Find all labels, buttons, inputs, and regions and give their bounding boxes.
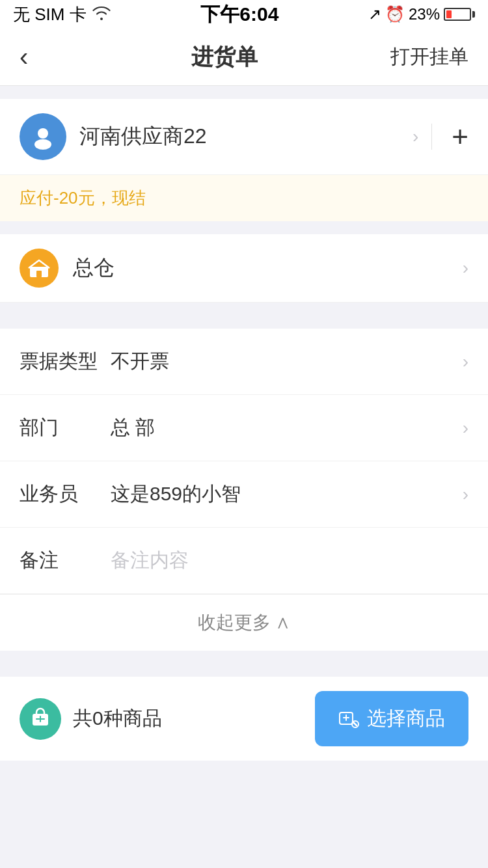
page-background — [0, 761, 488, 868]
supplier-section: 河南供应商22 › + 应付-20元，现结 — [0, 99, 488, 221]
department-label: 部门 — [20, 414, 104, 441]
collapse-button[interactable]: 收起更多 ∧ — [0, 594, 488, 651]
remark-input[interactable]: 备注内容 — [104, 547, 468, 574]
svg-point-0 — [38, 128, 48, 139]
svg-point-1 — [34, 139, 51, 150]
status-left: 无 SIM 卡 — [13, 3, 111, 26]
product-count-text: 共0种商品 — [73, 705, 162, 732]
collapse-label: 收起更多 ∧ — [198, 610, 291, 635]
invoice-type-chevron-icon: › — [463, 351, 468, 372]
open-pending-button[interactable]: 打开挂单 — [390, 44, 468, 70]
department-value: 总 部 — [104, 414, 463, 441]
remark-row[interactable]: 备注 备注内容 — [0, 528, 488, 594]
notice-text: 应付-20元，现结 — [20, 188, 146, 208]
supplier-row[interactable]: 河南供应商22 › + — [0, 99, 488, 175]
supplier-chevron-icon: › — [413, 126, 418, 147]
status-bar: 无 SIM 卡 下午6:04 ↗ ⏰ 23% — [0, 0, 488, 29]
salesperson-row[interactable]: 业务员 这是859的小智 › — [0, 461, 488, 528]
warehouse-name: 总仓 — [73, 254, 463, 282]
select-product-label: 选择商品 — [367, 705, 445, 732]
supplier-name: 河南供应商22 — [79, 122, 413, 151]
section-divider-2 — [0, 221, 488, 234]
page-title: 进货单 — [191, 42, 258, 72]
warehouse-icon — [20, 249, 59, 288]
product-count-wrap: 共0种商品 — [20, 698, 162, 740]
alarm-icon: ⏰ — [385, 5, 405, 23]
sim-label: 无 SIM 卡 — [13, 3, 87, 26]
status-time: 下午6:04 — [200, 1, 278, 28]
remark-label: 备注 — [20, 547, 104, 574]
battery-percent: 23% — [409, 5, 440, 23]
invoice-type-row[interactable]: 票据类型 不开票 › — [0, 329, 488, 395]
section-divider-4 — [0, 651, 488, 664]
supplier-avatar — [20, 113, 66, 160]
battery-icon — [444, 8, 475, 21]
nav-bar: ‹ 进货单 打开挂单 — [0, 29, 488, 86]
warehouse-row[interactable]: 总仓 › — [0, 234, 488, 303]
bottom-action-bar: 共0种商品 选择商品 — [0, 677, 488, 761]
salesperson-value: 这是859的小智 — [104, 481, 463, 508]
salesperson-chevron-icon: › — [463, 484, 468, 505]
supplier-divider — [431, 124, 432, 150]
product-icon — [20, 698, 61, 740]
warehouse-chevron-icon: › — [463, 258, 468, 278]
section-divider-1 — [0, 86, 488, 99]
back-button[interactable]: ‹ — [20, 42, 59, 72]
location-icon: ↗ — [368, 5, 381, 23]
invoice-type-value: 不开票 — [104, 348, 463, 375]
select-product-button[interactable]: 选择商品 — [315, 691, 468, 746]
svg-rect-3 — [36, 271, 42, 277]
status-right: ↗ ⏰ 23% — [368, 5, 475, 23]
department-row[interactable]: 部门 总 部 › — [0, 395, 488, 461]
salesperson-label: 业务员 — [20, 481, 104, 508]
department-chevron-icon: › — [463, 418, 468, 439]
section-divider-3 — [0, 303, 488, 316]
add-supplier-button[interactable]: + — [452, 120, 468, 153]
wifi-icon — [92, 5, 111, 25]
invoice-type-label: 票据类型 — [20, 348, 104, 375]
notice-bar: 应付-20元，现结 — [0, 175, 488, 221]
form-section: 票据类型 不开票 › 部门 总 部 › 业务员 这是859的小智 › 备注 备注… — [0, 329, 488, 651]
